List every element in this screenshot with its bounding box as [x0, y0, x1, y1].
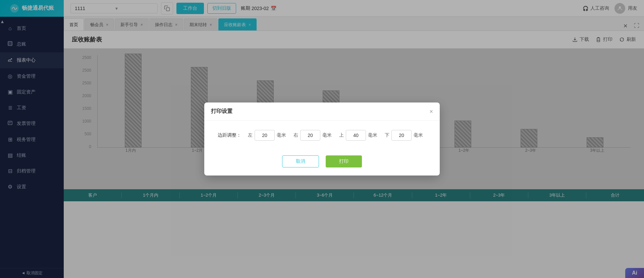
print-confirm-button[interactable]: 打印 — [326, 155, 362, 167]
margin-bottom-item: 下 毫米 — [385, 130, 423, 141]
left-margin-input[interactable] — [255, 130, 275, 141]
top-margin-input[interactable] — [346, 130, 366, 141]
dialog-overlay: 打印设置 × 边距调整： 左 毫米 右 毫米 上 毫米 下 — [0, 0, 644, 278]
dialog-title: 打印设置 — [211, 108, 232, 115]
left-direction-label: 左 — [248, 132, 253, 138]
bottom-unit-label: 毫米 — [414, 132, 423, 138]
margin-top-item: 上 毫米 — [339, 130, 377, 141]
bottom-margin-input[interactable] — [391, 130, 412, 141]
right-margin-input[interactable] — [300, 130, 320, 141]
dialog-header: 打印设置 × — [204, 102, 440, 121]
left-unit-label: 毫米 — [277, 132, 286, 138]
margin-right-item: 右 毫米 — [293, 130, 332, 141]
right-unit-label: 毫米 — [322, 132, 332, 138]
margin-adjust-label: 边距调整： — [218, 132, 241, 138]
margin-left-item: 左 毫米 — [248, 130, 286, 141]
bottom-direction-label: 下 — [385, 132, 389, 138]
dialog-body: 边距调整： 左 毫米 右 毫米 上 毫米 下 毫米 — [204, 121, 440, 150]
top-unit-label: 毫米 — [368, 132, 377, 138]
cancel-button[interactable]: 取消 — [282, 155, 319, 167]
dialog-close-button[interactable]: × — [429, 109, 433, 115]
print-settings-dialog: 打印设置 × 边距调整： 左 毫米 右 毫米 上 毫米 下 — [204, 102, 440, 176]
dialog-footer: 取消 打印 — [204, 150, 440, 176]
top-direction-label: 上 — [339, 132, 344, 138]
right-direction-label: 右 — [293, 132, 298, 138]
